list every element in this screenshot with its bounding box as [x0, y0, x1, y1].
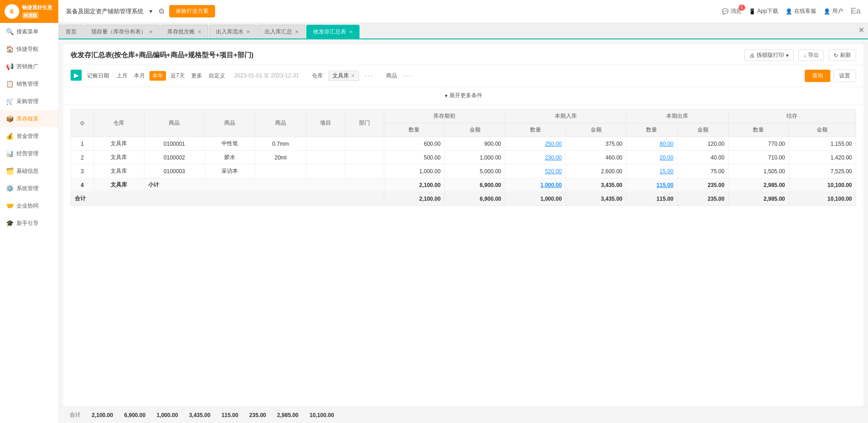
print-btn[interactable]: 🖨 拣锁版打印 ▾ — [744, 49, 794, 61]
sidebar-item-sales[interactable]: 📋 销售管理 — [0, 75, 58, 93]
user-btn[interactable]: 👤 用户 — [824, 7, 843, 15]
table-subtotal-row: 4 文具库 小计 2,100.00 6,900.00 1,000.00 3,43… — [71, 178, 856, 192]
th-out-qty: 数量 — [626, 123, 677, 137]
tab-batch[interactable]: 库存批次账 ✕ — [160, 25, 208, 38]
header-right: 💬 消息 6 📱 App下载 👤 在线客服 👤 用户 Ea — [722, 6, 861, 16]
th-open-qty: 数量 — [384, 123, 444, 137]
expand-filter-bar: ▾ 展开更多条件 — [63, 87, 863, 104]
th-goods-spec: 商品 — [255, 110, 306, 137]
th-goods-code: 商品 — [144, 110, 205, 137]
message-icon: 💬 — [722, 8, 729, 15]
export-icon: ↓ — [803, 52, 806, 59]
bottom-total-bar: 合计 2,100.00 6,900.00 1,000.00 3,435.00 1… — [59, 407, 868, 423]
total-in-qty: 1,000.00 — [505, 192, 566, 206]
basic-icon: 🗂️ — [6, 167, 14, 175]
table-row: 3 文具库 0100003 采访本 1,000.00 5,000.00 520.… — [71, 165, 856, 178]
settings-icon[interactable]: ⚙ — [158, 7, 165, 16]
total-label: 合计 — [71, 192, 384, 206]
expand-filter-btn[interactable]: ▾ 展开更多条件 — [441, 90, 486, 101]
export-btn[interactable]: ↓ 导出 — [798, 49, 824, 61]
chevron-down-icon: ▾ — [786, 52, 789, 59]
app-download-btn[interactable]: 📱 App下载 — [749, 7, 778, 15]
th-open-amt: 金额 — [444, 123, 505, 137]
bottom-in-amt: 3,435.00 — [189, 412, 210, 418]
operation-icon: 📊 — [6, 149, 14, 158]
query-btn[interactable]: 查询 — [805, 70, 830, 82]
refresh-btn[interactable]: ↻ 刷新 — [829, 49, 856, 61]
sidebar-item-system[interactable]: ⚙️ 系统管理 — [0, 180, 58, 197]
finance-icon: 💰 — [6, 132, 14, 140]
header: 装备及固定资产辅助管理系统 ▼ ⚙ 体验行业方案 💬 消息 6 📱 App下载 … — [59, 0, 868, 23]
guide-icon: 🎓 — [6, 219, 14, 227]
warehouse-filter-close[interactable]: ✕ — [351, 73, 355, 79]
tab-stock-dist[interactable]: 现存量（库存分布表） ✕ — [84, 25, 160, 38]
sidebar-item-inventory[interactable]: 📦 库存核算 — [0, 110, 58, 127]
search-icon: 🔍 — [6, 27, 14, 36]
system-icon: ⚙️ — [6, 184, 14, 192]
sidebar-item-purchase[interactable]: 🛒 采购管理 — [0, 93, 58, 110]
sidebar-item-corp[interactable]: 🤝 企业协同 — [0, 197, 58, 214]
tab-inout-flow[interactable]: 出入库流水 ✕ — [209, 25, 257, 38]
purchase-icon: 🛒 — [6, 97, 14, 105]
tab-close-stock-dist[interactable]: ✕ — [149, 29, 153, 34]
warehouse-filter-tag[interactable]: 文具库 ✕ — [328, 71, 359, 81]
user-icon: 👤 — [824, 8, 830, 15]
filter-bar: ▶ 记账日期 上月 本月 本年 近7天 更多 自定义 2023-01-01 至 … — [63, 65, 863, 87]
date-btn-more[interactable]: 更多 — [189, 71, 204, 81]
sidebar-item-marketing[interactable]: 📢 营销推广 — [0, 58, 58, 75]
date-btn-custom[interactable]: 自定义 — [207, 71, 227, 81]
user-initials: Ea — [851, 6, 861, 16]
tab-close-recv-send[interactable]: ✕ — [349, 29, 353, 34]
bottom-close-amt: 10,100.00 — [310, 412, 334, 418]
sidebar-item-basic[interactable]: 🗂️ 基础信息 — [0, 162, 58, 180]
page-title: 收发存汇总表(按仓库+商品编码+商品+规格型号+项目+部门) — [71, 51, 254, 60]
sidebar: 6 畅捷通好生意 标准版 🔍 搜索菜单 🏠 快捷导航 📢 营销推广 📋 销售管理… — [0, 0, 59, 423]
tab-home[interactable]: 首页 — [59, 25, 83, 38]
page-actions: 🖨 拣锁版打印 ▾ ↓ 导出 ↻ 刷新 — [744, 49, 856, 61]
system-dropdown[interactable]: ▼ — [148, 8, 154, 15]
online-service-btn[interactable]: 👤 在线客服 — [785, 7, 816, 15]
home-icon: 🏠 — [6, 45, 14, 53]
goods-filter-more[interactable]: ··· — [403, 72, 411, 80]
sidebar-item-finance[interactable]: 💰 资金管理 — [0, 127, 58, 145]
bottom-close-qty: 2,985.00 — [277, 412, 299, 418]
date-range: 2023-01-01 至 2023-12-31 — [234, 72, 299, 80]
th-closing: 结存 — [728, 110, 856, 123]
tab-close-inout-summary[interactable]: ✕ — [295, 29, 299, 34]
date-btn-7days[interactable]: 近7天 — [169, 71, 187, 81]
date-btn-last-month[interactable]: 上月 — [115, 71, 129, 81]
filter-settings-btn[interactable]: 设置 — [833, 70, 856, 82]
sidebar-item-guide[interactable]: 🎓 新手引导 — [0, 214, 58, 232]
tab-recv-send[interactable]: 收发存汇总表 ✕ — [306, 25, 359, 38]
table-settings-btn[interactable]: ⚙ — [71, 110, 94, 137]
table-row: 1 文具库 0100001 中性笔 0.7mm 600.00 900.00 25… — [71, 137, 856, 151]
date-btn-this-month[interactable]: 本月 — [132, 71, 147, 81]
th-in-amt: 金额 — [566, 123, 626, 137]
th-out-amt: 金额 — [677, 123, 728, 137]
table-row: 2 文具库 0100002 胶水 20ml 500.00 1,000.00 23… — [71, 151, 856, 165]
date-btn-this-year[interactable]: 本年 — [149, 71, 166, 81]
tabbar: 首页 现存量（库存分布表） ✕ 库存批次账 ✕ 出入库流水 ✕ 出入库汇总 ✕ … — [59, 23, 868, 39]
table-container: ⚙ 仓库 商品 商品 商品 项目 部门 库存期初 本期入库 本期出库 结存 数量 — [63, 109, 863, 213]
sidebar-item-operation[interactable]: 📊 经营管理 — [0, 145, 58, 162]
tab-close-inout-flow[interactable]: ✕ — [246, 29, 250, 34]
tab-inout-summary[interactable]: 出入库汇总 ✕ — [258, 25, 305, 38]
tab-close-batch[interactable]: ✕ — [198, 29, 201, 34]
goods-label: 商品 — [386, 72, 397, 80]
expand-icon: ▾ — [445, 93, 448, 99]
th-opening: 库存期初 — [384, 110, 505, 123]
sidebar-item-quick[interactable]: 🏠 快捷导航 — [0, 40, 58, 58]
sidebar-item-search[interactable]: 🔍 搜索菜单 — [0, 23, 58, 40]
page-title-bar: 收发存汇总表(按仓库+商品编码+商品+规格型号+项目+部门) 🖨 拣锁版打印 ▾… — [63, 44, 863, 65]
th-close-amt: 金额 — [789, 123, 856, 137]
filter-collapse-btn[interactable]: ▶ — [71, 70, 82, 81]
th-in-qty: 数量 — [505, 123, 566, 137]
corp-icon: 🤝 — [6, 202, 14, 210]
warehouse-filter-more[interactable]: ··· — [365, 72, 373, 80]
th-goods-name: 商品 — [205, 110, 255, 137]
message-btn[interactable]: 💬 消息 6 — [722, 7, 741, 15]
header-left: 装备及固定资产辅助管理系统 ▼ ⚙ 体验行业方案 — [66, 5, 215, 17]
bottom-in-qty: 1,000.00 — [156, 412, 178, 418]
tabbar-close-all[interactable]: ✕ — [858, 26, 864, 34]
trial-btn[interactable]: 体验行业方案 — [169, 5, 215, 17]
